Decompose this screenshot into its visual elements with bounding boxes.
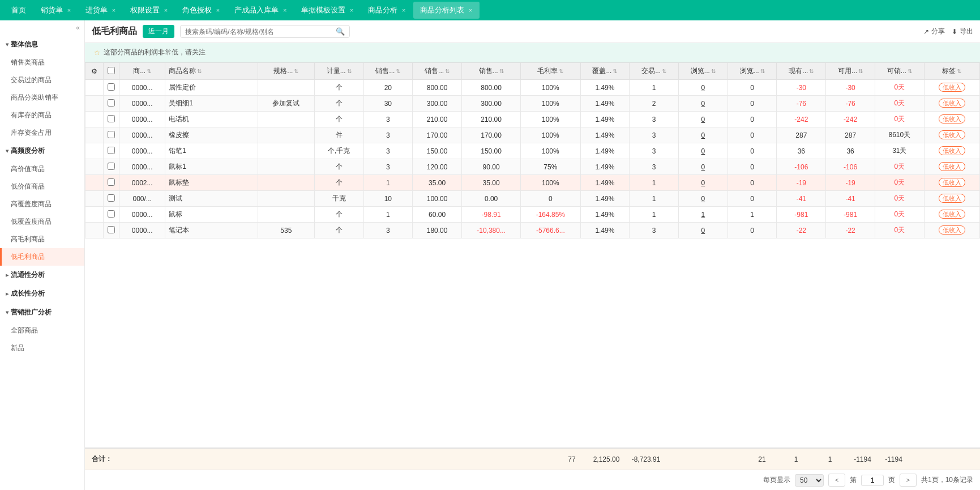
nav-purchase-order[interactable]: 进货单 × [79, 2, 122, 19]
nav-permission[interactable]: 权限设置 × [123, 2, 174, 19]
table-container[interactable]: ⚙ 商...⇅ 商品名称⇅ 规格...⇅ 计量...⇅ 销售...⇅ 销售...… [85, 62, 980, 448]
row-checkbox[interactable] [108, 99, 115, 106]
nav-product-analysis[interactable]: 商品分析 × [361, 2, 412, 19]
cell-browse1[interactable]: 0 [679, 96, 728, 112]
th-browse1[interactable]: 浏览...⇅ [679, 63, 728, 80]
sidebar-item-in-stock[interactable]: 有库存的商品 [0, 106, 84, 124]
prev-page-button[interactable]: ＜ [828, 474, 845, 487]
close-icon[interactable]: × [112, 7, 115, 14]
th-browse2[interactable]: 浏览...⇅ [727, 63, 777, 80]
nav-sales-order[interactable]: 销货单 × [34, 2, 78, 19]
sidebar-item-sales-products[interactable]: 销售类商品 [0, 54, 84, 71]
cell-spec [258, 191, 314, 207]
th-coverage[interactable]: 覆盖...⇅ [580, 63, 630, 80]
export-button[interactable]: ⬇ 导出 [952, 27, 973, 36]
close-icon[interactable]: × [164, 7, 168, 14]
th-name[interactable]: 商品名称⇅ [165, 63, 258, 80]
row-checkbox[interactable] [108, 178, 115, 186]
close-icon[interactable]: × [469, 7, 472, 14]
close-icon[interactable]: × [67, 7, 71, 14]
th-trade-count[interactable]: 交易...⇅ [630, 63, 679, 80]
th-code[interactable]: 商...⇅ [119, 63, 165, 80]
close-icon[interactable]: × [350, 7, 353, 14]
sidebar-item-high-margin[interactable]: 高毛利商品 [0, 231, 84, 248]
cell-checkbox[interactable] [104, 207, 119, 223]
cell-browse1[interactable]: 0 [679, 80, 728, 96]
sidebar-item-low-coverage[interactable]: 低覆盖度商品 [0, 213, 84, 231]
row-checkbox[interactable] [108, 226, 115, 233]
row-checkbox[interactable] [108, 163, 115, 170]
sidebar-item-high-value[interactable]: 高价值商品 [0, 160, 84, 178]
sidebar-group-frequency[interactable]: ▾ 高频度分析 [0, 142, 84, 160]
next-page-button[interactable]: ＞ [900, 474, 917, 487]
th-spec[interactable]: 规格...⇅ [258, 63, 314, 80]
sidebar-collapse-btn[interactable]: « [0, 20, 84, 35]
share-button[interactable]: ↗ 分享 [923, 27, 945, 36]
row-checkbox[interactable] [108, 210, 115, 218]
cell-checkbox[interactable] [104, 80, 119, 96]
cell-browse1[interactable]: 0 [679, 223, 728, 238]
cell-browse1[interactable]: 0 [679, 127, 728, 143]
sidebar-item-low-value[interactable]: 低价值商品 [0, 178, 84, 195]
row-checkbox[interactable] [108, 83, 115, 91]
nav-template-settings[interactable]: 单据模板设置 × [294, 2, 360, 19]
cell-checkbox[interactable] [104, 127, 119, 143]
cell-browse1[interactable]: 0 [679, 159, 728, 175]
nav-home[interactable]: 首页 [5, 2, 33, 19]
th-current[interactable]: 现有...⇅ [777, 63, 826, 80]
cell-browse1[interactable]: 0 [679, 112, 728, 127]
th-checkbox[interactable] [104, 63, 119, 80]
cell-current: 36 [777, 143, 826, 159]
cell-checkbox[interactable] [104, 159, 119, 175]
chevron-icon: ▾ [6, 309, 8, 316]
nav-product-entry[interactable]: 产成品入库单 × [228, 2, 293, 19]
sidebar-item-traded-products[interactable]: 交易过的商品 [0, 71, 84, 89]
nav-product-analysis-list[interactable]: 商品分析列表 × [413, 2, 479, 19]
th-tag[interactable]: 标签⇅ [924, 63, 979, 80]
cell-checkbox[interactable] [104, 96, 119, 112]
th-unit[interactable]: 计量...⇅ [314, 63, 363, 80]
cell-browse1[interactable]: 0 [679, 191, 728, 207]
th-sales-profit[interactable]: 销售...⇅ [461, 63, 520, 80]
th-sales-qty[interactable]: 销售...⇅ [363, 63, 413, 80]
th-gross-margin[interactable]: 毛利率⇅ [521, 63, 580, 80]
th-available[interactable]: 可用...⇅ [826, 63, 875, 80]
nav-role-auth[interactable]: 角色授权 × [176, 2, 226, 19]
cell-checkbox[interactable] [104, 143, 119, 159]
cell-checkbox[interactable] [104, 191, 119, 207]
th-settings[interactable]: ⚙ [85, 63, 104, 80]
th-sales-price[interactable]: 销售...⇅ [413, 63, 462, 80]
sidebar-item-category-rate[interactable]: 商品分类助销率 [0, 89, 84, 106]
cell-checkbox[interactable] [104, 175, 119, 191]
close-icon[interactable]: × [216, 7, 220, 14]
page-size-select[interactable]: 50 10 20 100 [795, 474, 824, 487]
sidebar-item-all-products[interactable]: 全部商品 [0, 322, 84, 339]
row-checkbox[interactable] [108, 131, 115, 138]
sidebar-item-high-coverage[interactable]: 高覆盖度商品 [0, 195, 84, 213]
cell-checkbox[interactable] [104, 223, 119, 238]
cell-browse1[interactable]: 0 [679, 175, 728, 191]
sidebar-item-new-products[interactable]: 新品 [0, 339, 84, 357]
row-checkbox[interactable] [108, 147, 115, 154]
sidebar-group-circulation[interactable]: ▸ 流通性分析 [0, 266, 84, 284]
page-number-input[interactable] [861, 475, 884, 486]
sidebar-group-growth[interactable]: ▸ 成长性分析 [0, 284, 84, 303]
select-all-checkbox[interactable] [108, 67, 115, 74]
sidebar-item-stock-fund[interactable]: 库存资金占用 [0, 124, 84, 142]
th-salable-days[interactable]: 可销...⇅ [875, 63, 924, 80]
search-icon[interactable]: 🔍 [336, 27, 345, 36]
search-input[interactable] [185, 28, 336, 36]
cell-browse2: 0 [727, 159, 777, 175]
cell-checkbox[interactable] [104, 112, 119, 127]
cell-browse1[interactable]: 0 [679, 143, 728, 159]
row-checkbox[interactable] [108, 194, 115, 202]
cell-spec [258, 175, 314, 191]
date-filter-button[interactable]: 近一月 [143, 25, 174, 38]
cell-browse1[interactable]: 1 [679, 207, 728, 223]
close-icon[interactable]: × [402, 7, 405, 14]
row-checkbox[interactable] [108, 115, 115, 122]
sidebar-group-marketing[interactable]: ▾ 营销推广分析 [0, 303, 84, 322]
close-icon[interactable]: × [283, 7, 286, 14]
sidebar-group-overall[interactable]: ▾ 整体信息 [0, 35, 84, 54]
sidebar-item-low-margin[interactable]: 低毛利商品 [0, 248, 84, 266]
